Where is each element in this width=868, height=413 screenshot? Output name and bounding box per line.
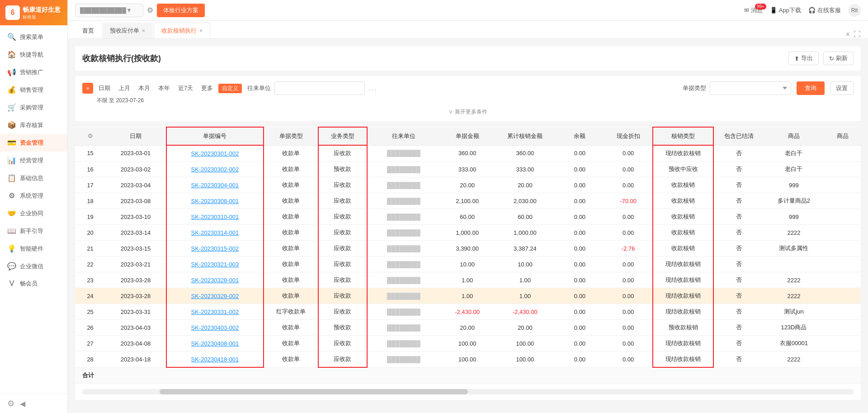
filter-row-1: » 日期 上月 本月 本年 近7天 更多 自定义 往来单位 ... 单据类: [82, 81, 854, 95]
page-header-actions: ⬆ 导出 ↻ 刷新: [788, 52, 854, 65]
sidebar-item-beginner[interactable]: 📖 新手引导: [0, 222, 67, 240]
td-billno[interactable]: SK-20230328-002: [166, 288, 264, 304]
sidebar-item-corp[interactable]: 🤝 企业协同: [0, 204, 67, 222]
td-balance: 0.00: [556, 193, 604, 209]
base-icon: 📋: [7, 174, 16, 182]
bill-type-select[interactable]: 收款单 红字收款单: [710, 81, 791, 95]
table-scroll[interactable]: ⚙ 日期 单据编号 单据类型 业务类型 往来单位 单据金额 累计核销金额 余额 …: [75, 127, 861, 384]
tab-home[interactable]: 首页: [75, 23, 101, 38]
th-settings[interactable]: ⚙: [75, 127, 105, 145]
td-discount: -2.76: [604, 241, 653, 256]
sidebar-item-search-menu[interactable]: 🔍 搜索菜单: [0, 28, 67, 46]
message-icon-group[interactable]: ✉ 消息 99+: [744, 6, 763, 14]
tab-collection-void-close[interactable]: ×: [199, 28, 203, 34]
sidebar-item-biz[interactable]: 📊 经营管理: [0, 152, 67, 169]
date-custom-button[interactable]: 自定义: [218, 84, 242, 93]
table-row: 202023-03-14SK-20230314-001收款单应收款███████…: [75, 225, 861, 241]
date-last-month[interactable]: 上月: [116, 83, 133, 93]
date-7days[interactable]: 近7天: [175, 83, 196, 93]
online-service-link[interactable]: 🎧 在线客服: [808, 6, 841, 14]
td-billno[interactable]: SK-20230302-002: [166, 161, 264, 177]
td-partner: ████████: [367, 256, 440, 272]
td-date: 2023-03-28: [105, 288, 166, 304]
branch-select[interactable]: ████████████ ▼: [75, 4, 143, 17]
app-download-link[interactable]: 📱 App下载: [770, 6, 801, 14]
bill-no-link[interactable]: SK-20230304-001: [191, 182, 239, 189]
bill-no-link[interactable]: SK-20230302-002: [191, 166, 239, 173]
sidebar-item-sys[interactable]: ⚙ 系统管理: [0, 187, 67, 204]
td-billno[interactable]: SK-20230315-002: [166, 241, 264, 256]
bill-no-link[interactable]: SK-20230314-001: [191, 229, 239, 236]
td-sn: 19: [75, 209, 105, 225]
td-billtype: 收款单: [264, 351, 318, 368]
sidebar-item-corp-wx[interactable]: 💬 企业微信: [0, 257, 67, 275]
sidebar-item-stock[interactable]: 📦 库存核算: [0, 116, 67, 134]
th-balance: 余额: [556, 127, 604, 145]
bill-no-link[interactable]: SK-20230315-002: [191, 245, 239, 252]
td-amount: 2,100.00: [440, 193, 495, 209]
bill-no-link[interactable]: SK-20230301-002: [191, 150, 239, 157]
sidebar-settings-icon[interactable]: ⚙: [7, 399, 14, 408]
filter-collapse-button[interactable]: »: [82, 83, 93, 94]
bill-no-link[interactable]: SK-20230418-001: [191, 356, 239, 363]
td-billno[interactable]: SK-20230328-001: [166, 272, 264, 288]
hscroll-thumb[interactable]: [160, 389, 468, 394]
export-button[interactable]: ⬆ 导出: [788, 52, 819, 65]
td-biztype: 预收款: [318, 161, 367, 177]
td-billno[interactable]: SK-20230301-002: [166, 145, 264, 161]
query-button[interactable]: 查询: [797, 81, 825, 95]
partner-input[interactable]: [274, 81, 365, 95]
bill-no-link[interactable]: SK-20230331-002: [191, 309, 239, 315]
window-expand-icon[interactable]: ⛶: [854, 30, 861, 38]
td-billno[interactable]: SK-20230418-001: [166, 351, 264, 368]
bill-no-link[interactable]: SK-20230321-003: [191, 261, 239, 268]
date-this-month[interactable]: 本月: [136, 83, 153, 93]
date-more[interactable]: 更多: [198, 83, 216, 93]
td-goods: 2222: [764, 288, 825, 304]
td-billno[interactable]: SK-20230408-001: [166, 336, 264, 351]
sidebar-item-quick-nav[interactable]: 🏠 快捷导航: [0, 46, 67, 63]
td-billno[interactable]: SK-20230304-001: [166, 177, 264, 193]
sidebar-item-marketing[interactable]: 📢 营销推广: [0, 63, 67, 81]
td-billno[interactable]: SK-20230321-003: [166, 256, 264, 272]
bill-no-link[interactable]: SK-20230308-001: [191, 198, 239, 204]
td-billno[interactable]: SK-20230310-001: [166, 209, 264, 225]
sidebar-item-base[interactable]: 📋 基础信息: [0, 169, 67, 187]
refresh-button[interactable]: ↻ 刷新: [823, 52, 854, 65]
tab-prepay[interactable]: 预收应付单 ×: [102, 23, 153, 38]
sidebar-item-vip[interactable]: V 畅会员: [0, 275, 67, 292]
date-this-year[interactable]: 本年: [156, 83, 173, 93]
td-billno[interactable]: SK-20230308-001: [166, 193, 264, 209]
td-date: 2023-04-08: [105, 336, 166, 351]
setting-button[interactable]: 设置: [830, 81, 854, 95]
td-sn: 20: [75, 225, 105, 241]
bill-no-link[interactable]: SK-20230310-001: [191, 214, 239, 220]
td-billtype: 收款单: [264, 225, 318, 241]
sidebar-item-purchase[interactable]: 🛒 采购管理: [0, 99, 67, 116]
td-partner: ████████: [367, 145, 440, 161]
window-close-icon[interactable]: ×: [846, 30, 850, 38]
bill-no-link[interactable]: SK-20230408-001: [191, 340, 239, 347]
tab-collection-void[interactable]: 收款核销执行 ×: [154, 23, 210, 38]
tab-prepay-close[interactable]: ×: [142, 28, 145, 34]
table-settings-icon[interactable]: ⚙: [88, 133, 93, 139]
td-goods2: [824, 161, 861, 177]
th-amount: 单据金额: [440, 127, 495, 145]
bill-no-link[interactable]: SK-20230328-002: [191, 293, 239, 299]
horizontal-scrollbar[interactable]: [75, 384, 861, 400]
sidebar-item-sales[interactable]: 💰 销售管理: [0, 81, 67, 99]
gear-icon[interactable]: ⚙: [147, 6, 153, 14]
sidebar-item-smart-hw[interactable]: 💡 智能硬件: [0, 240, 67, 257]
td-billno[interactable]: SK-20230403-002: [166, 320, 264, 336]
sidebar-item-fund[interactable]: 💳 资金管理: [0, 134, 67, 152]
bill-no-link[interactable]: SK-20230403-002: [191, 324, 239, 331]
user-avatar[interactable]: Rit: [848, 4, 861, 17]
bill-no-link[interactable]: SK-20230328-001: [191, 277, 239, 284]
td-billno[interactable]: SK-20230314-001: [166, 225, 264, 241]
td-billno[interactable]: SK-20230331-002: [166, 304, 264, 320]
industry-solution-button[interactable]: 体验行业方案: [157, 4, 205, 17]
td-goods2: [824, 256, 861, 272]
expand-more-button[interactable]: ∨ 展开更多条件: [448, 108, 487, 116]
td-voidtype: 现结收款核销: [653, 351, 714, 368]
sidebar-collapse-icon[interactable]: ◀: [20, 399, 25, 408]
